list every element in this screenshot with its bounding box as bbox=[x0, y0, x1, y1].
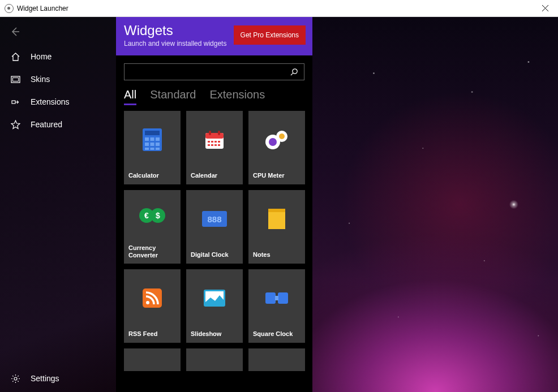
skins-icon bbox=[10, 74, 20, 84]
sidebar-item-label: Extensions bbox=[31, 97, 69, 106]
widget-tile-placeholder[interactable] bbox=[248, 348, 305, 371]
widgets-grid-scroll[interactable]: Calculator Calendar CPU Meter bbox=[116, 111, 312, 392]
widget-tile-rss-feed[interactable]: RSS Feed bbox=[124, 269, 181, 343]
desktop-wallpaper bbox=[312, 17, 558, 392]
widget-tile-slideshow[interactable]: Slideshow bbox=[186, 269, 243, 343]
svg-point-29 bbox=[269, 138, 277, 146]
search-icon[interactable] bbox=[290, 68, 298, 76]
calculator-icon bbox=[124, 111, 181, 169]
sidebar-item-label: Skins bbox=[31, 75, 50, 84]
widget-tile-calendar[interactable]: Calendar bbox=[186, 111, 243, 184]
extensions-icon bbox=[10, 97, 20, 107]
widget-label: CPU Meter bbox=[248, 169, 305, 184]
widget-label: Calendar bbox=[186, 169, 243, 184]
sidebar-item-featured[interactable]: Featured bbox=[0, 113, 116, 136]
panel-title: Widgets bbox=[124, 23, 226, 38]
svg-rect-44 bbox=[265, 292, 276, 304]
svg-point-3 bbox=[14, 377, 17, 380]
sidebar-item-label: Home bbox=[31, 52, 51, 61]
filter-tabs: All Standard Extensions bbox=[116, 86, 312, 111]
svg-rect-11 bbox=[151, 143, 154, 146]
svg-text:888: 888 bbox=[207, 214, 221, 224]
notes-icon bbox=[248, 190, 305, 248]
rss-icon bbox=[124, 269, 181, 327]
svg-rect-1 bbox=[12, 77, 18, 81]
sidebar-item-extensions[interactable]: Extensions bbox=[0, 91, 116, 113]
widget-label: Calculator bbox=[124, 169, 181, 184]
svg-rect-2 bbox=[12, 101, 15, 104]
svg-rect-27 bbox=[218, 144, 220, 146]
svg-rect-21 bbox=[211, 141, 213, 143]
window-title: Widget Launcher bbox=[17, 5, 68, 12]
sidebar-item-home[interactable]: Home bbox=[0, 45, 116, 68]
svg-rect-39 bbox=[268, 209, 285, 212]
svg-rect-20 bbox=[208, 141, 210, 143]
svg-rect-22 bbox=[214, 141, 217, 143]
slideshow-icon bbox=[186, 269, 243, 327]
svg-rect-46 bbox=[275, 296, 278, 300]
svg-text:€: € bbox=[144, 211, 149, 220]
svg-rect-7 bbox=[145, 137, 149, 141]
svg-point-4 bbox=[293, 69, 297, 74]
panel-subtitle: Launch and view installed widgets bbox=[124, 40, 226, 48]
currency-icon: €$ bbox=[124, 190, 181, 241]
widget-label: Square Clock bbox=[248, 327, 305, 343]
svg-rect-14 bbox=[151, 148, 154, 150]
digital-clock-icon: 888 bbox=[186, 190, 243, 248]
widget-label: Slideshow bbox=[186, 327, 243, 343]
widgets-grid: Calculator Calendar CPU Meter bbox=[124, 111, 304, 371]
get-pro-button[interactable]: Get Pro Extensions bbox=[234, 25, 306, 45]
square-clock-icon bbox=[248, 269, 305, 327]
tab-extensions[interactable]: Extensions bbox=[209, 88, 265, 105]
widget-label: Digital Clock bbox=[186, 248, 243, 264]
svg-point-31 bbox=[279, 133, 285, 139]
svg-rect-6 bbox=[145, 131, 160, 135]
sidebar-item-label: Featured bbox=[31, 120, 62, 129]
tab-standard[interactable]: Standard bbox=[150, 88, 196, 105]
svg-rect-8 bbox=[151, 137, 154, 141]
close-button[interactable] bbox=[533, 0, 558, 17]
svg-point-41 bbox=[146, 301, 149, 304]
app-icon bbox=[5, 4, 14, 13]
sidebar: Home Skins Extensions Featured bbox=[0, 17, 116, 392]
widget-tile-cpu-meter[interactable]: CPU Meter bbox=[248, 111, 305, 184]
widget-label: Notes bbox=[248, 248, 305, 264]
sidebar-item-skins[interactable]: Skins bbox=[0, 68, 116, 91]
svg-rect-13 bbox=[145, 148, 149, 150]
svg-rect-24 bbox=[208, 144, 210, 146]
svg-rect-9 bbox=[156, 137, 160, 141]
svg-text:$: $ bbox=[156, 211, 160, 220]
widget-tile-digital-clock[interactable]: 888 Digital Clock bbox=[186, 190, 243, 264]
back-button[interactable] bbox=[3, 20, 26, 43]
widget-tile-square-clock[interactable]: Square Clock bbox=[248, 269, 305, 343]
widgets-panel: Widgets Launch and view installed widget… bbox=[116, 17, 312, 392]
widget-tile-notes[interactable]: Notes bbox=[248, 190, 305, 264]
calendar-icon bbox=[186, 111, 243, 169]
search-box[interactable] bbox=[124, 63, 304, 80]
svg-rect-10 bbox=[145, 143, 149, 146]
svg-rect-26 bbox=[214, 144, 217, 146]
widget-label: RSS Feed bbox=[124, 327, 181, 343]
svg-rect-15 bbox=[156, 148, 160, 150]
svg-rect-18 bbox=[209, 131, 211, 135]
cpu-meter-icon bbox=[248, 111, 305, 169]
svg-rect-45 bbox=[278, 292, 288, 304]
svg-rect-12 bbox=[156, 143, 160, 146]
widget-label: Currency Converter bbox=[124, 241, 181, 264]
home-icon bbox=[10, 51, 20, 62]
svg-rect-19 bbox=[218, 131, 220, 135]
widget-tile-placeholder[interactable] bbox=[124, 348, 181, 371]
star-icon bbox=[10, 119, 20, 130]
svg-rect-25 bbox=[211, 144, 213, 146]
gear-icon bbox=[10, 373, 20, 384]
settings-label: Settings bbox=[31, 374, 59, 383]
widget-tile-calculator[interactable]: Calculator bbox=[124, 111, 181, 184]
widget-tile-currency-converter[interactable]: €$ Currency Converter bbox=[124, 190, 181, 264]
widget-tile-placeholder[interactable] bbox=[186, 348, 243, 371]
svg-rect-23 bbox=[218, 141, 220, 143]
panel-header: Widgets Launch and view installed widget… bbox=[116, 17, 312, 55]
tab-all[interactable]: All bbox=[124, 88, 136, 105]
sidebar-item-settings[interactable]: Settings bbox=[0, 365, 116, 392]
search-input[interactable] bbox=[130, 68, 290, 76]
titlebar: Widget Launcher bbox=[0, 0, 558, 17]
